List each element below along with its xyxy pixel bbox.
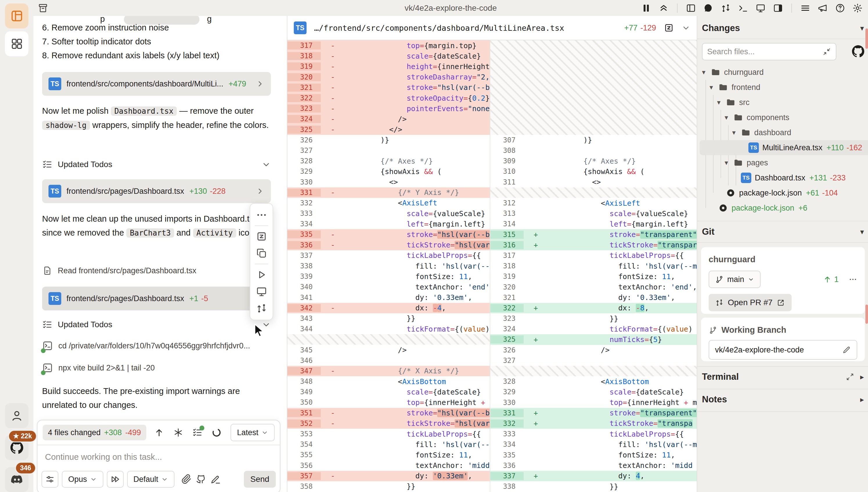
diff-line-319[interactable]: 319- height={innerHeight} <box>287 61 490 72</box>
files-changed-chip[interactable]: 4 files changed +308 -499 <box>43 425 146 440</box>
diff-line-343[interactable]: 343 }} <box>287 313 490 324</box>
fast-forward-button[interactable] <box>107 471 124 488</box>
diff-line-335[interactable]: 335- stroke="hsl(var(--bo <box>287 229 490 240</box>
archive-icon[interactable] <box>38 3 48 14</box>
diff-line-322[interactable]: 322+ dx: -8, <box>490 303 697 313</box>
mode-dropdown[interactable]: Default <box>127 471 175 488</box>
diff-line-335[interactable]: 335 fontSize: 11, <box>490 450 697 460</box>
diff-line-328[interactable]: 328 <AxisBottom <box>490 376 697 387</box>
scroll-up-icon[interactable] <box>154 427 164 438</box>
send-button[interactable]: Send <box>244 471 276 488</box>
diff-line-322[interactable]: 322- strokeOpacity={0.2} <box>287 93 490 103</box>
diff-line-318[interactable]: 318- scale={dateScale} <box>287 51 490 61</box>
diff-line-324[interactable]: 324- /> <box>287 114 490 124</box>
diff-line-332[interactable]: 332+ tickStroke="transpa <box>490 418 697 429</box>
diff-line-346[interactable]: 346 <box>287 355 490 366</box>
tree-file-package-lock.json[interactable]: package-lock.json+6 <box>697 200 868 216</box>
play-icon[interactable] <box>256 269 267 280</box>
tree-folder-churnguard[interactable]: ▾churnguard <box>697 65 868 80</box>
expand-caret-icon[interactable]: ▸ <box>860 395 864 404</box>
spark-icon[interactable] <box>173 427 184 438</box>
diff-line-323[interactable]: 323- pointerEvents="none" <box>287 103 490 114</box>
diff-line-333[interactable]: 333 tickLabelProps={{ <box>490 429 697 439</box>
diff-line-349[interactable]: 349 scale={dateScale} <box>287 387 490 397</box>
collapse-tree-icon[interactable] <box>822 47 831 56</box>
diff-line-318[interactable]: 318 fill: 'hsl(var(--m <box>490 261 697 271</box>
diff-line-342[interactable]: 342- dx: -4, <box>287 303 490 313</box>
tree-folder-frontend[interactable]: ▾frontend <box>697 80 868 95</box>
chevron-down-icon[interactable] <box>262 160 271 169</box>
monitor-icon[interactable] <box>755 3 766 13</box>
working-branch-input[interactable]: vk/4e2a-explore-the-code <box>709 340 857 360</box>
expand-caret-icon[interactable]: ▸ <box>860 372 864 382</box>
diff-line-331[interactable]: 331- {/* Y Axis */} <box>287 188 490 198</box>
dots-horizontal-icon[interactable] <box>256 209 267 221</box>
updated-todos-row[interactable]: Updated Todos <box>42 157 271 172</box>
diff-line-332[interactable]: 332 <AxisLeft <box>287 198 490 208</box>
diff-line-355[interactable]: 355 fontSize: 11, <box>287 450 490 460</box>
more-options-icon[interactable] <box>848 275 857 284</box>
diff-line-339[interactable]: 339 fontSize: 11, <box>287 271 490 282</box>
diff-line-348[interactable]: 348 <AxisBottom <box>287 376 490 387</box>
diff-line-328[interactable]: 328 {/* Axes */} <box>287 156 490 166</box>
git-compare-icon[interactable] <box>256 302 267 314</box>
terminal-command-row[interactable]: npx vite build 2>&1 | tail -20 <box>42 361 271 375</box>
panel-left-icon[interactable] <box>686 3 696 13</box>
file-chip-dashboard-2[interactable]: TS frontend/src/pages/Dashboard.tsx +1-5 <box>42 287 271 311</box>
stamp-icon[interactable] <box>256 230 267 242</box>
diff-line-321[interactable]: 321 dy: '0.33em', <box>490 292 697 303</box>
push-ahead-indicator[interactable]: 1 <box>823 275 839 284</box>
help-circle-icon[interactable] <box>835 3 845 13</box>
search-files-input[interactable]: Search files... <box>702 43 836 60</box>
pencil-icon[interactable] <box>842 345 851 354</box>
open-pr-button[interactable]: Open PR #7 <box>709 294 792 311</box>
tree-file-MultiLineArea.tsx[interactable]: TSMultiLineArea.tsx+110-162 <box>700 140 868 155</box>
grid-view-button[interactable] <box>5 31 28 56</box>
diff-view-icon[interactable] <box>664 23 674 33</box>
diff-line-329[interactable]: 329 {showAxis && ( <box>287 166 490 177</box>
caret-down-icon[interactable]: ▾ <box>709 83 718 91</box>
model-dropdown[interactable]: Opus <box>62 471 103 488</box>
diff-line-326[interactable]: 326 /> <box>490 345 697 355</box>
tree-folder-src[interactable]: ▾src <box>697 95 868 110</box>
diff-line-330[interactable]: 330 <> <box>287 177 490 187</box>
attachment-icon[interactable] <box>181 474 192 485</box>
diff-line-334[interactable]: 334 left={margin.left} <box>287 219 490 229</box>
diff-line-327[interactable]: 327 <box>490 355 697 366</box>
diff-line-336[interactable]: 336- tickStroke="hsl(var( <box>287 240 490 250</box>
diff-line-308[interactable]: 308 <box>490 145 697 156</box>
diff-line-344[interactable]: 344 tickFormat={(value) <box>287 324 490 334</box>
diff-line-357[interactable]: 357- dy: '0.33em', <box>287 471 490 481</box>
megaphone-icon[interactable] <box>818 3 828 13</box>
chat-bubble-icon[interactable] <box>703 3 713 13</box>
gear-icon[interactable] <box>852 3 863 13</box>
diff-line-347[interactable]: 347- {/* X Axis */} <box>287 366 490 376</box>
diff-line-319[interactable]: 319 fontSize: 11, <box>490 271 697 282</box>
tree-folder-pages[interactable]: ▾pages <box>697 155 868 170</box>
workspace-button[interactable] <box>5 3 28 28</box>
version-dropdown[interactable]: Latest <box>231 424 275 441</box>
diff-line-320[interactable]: 320- strokeDasharray="2,4 <box>287 72 490 82</box>
tree-file-package-lock.json[interactable]: package-lock.json+61-104 <box>697 186 868 200</box>
diff-line-317[interactable]: 317- top={margin.top} <box>287 40 490 51</box>
diff-line-338[interactable]: 338 }} <box>490 481 697 492</box>
diff-line-345[interactable]: 345 /> <box>287 345 490 355</box>
diff-line-333[interactable]: 333 scale={valueScale} <box>287 208 490 219</box>
caret-down-icon[interactable]: ▾ <box>725 159 733 167</box>
branch-dropdown[interactable]: main <box>709 271 760 288</box>
menu-icon[interactable] <box>800 3 811 13</box>
diff-line-356[interactable]: 356 textAnchor: 'midd <box>287 460 490 471</box>
message-input[interactable]: Continue working on this task... <box>38 445 280 468</box>
pen-icon[interactable] <box>210 474 221 485</box>
diff-line-311[interactable]: 311 <> <box>490 177 697 188</box>
diff-line-337[interactable]: 337 tickLabelProps={{ <box>287 250 490 261</box>
diff-line-352[interactable]: 352- tickStroke="hsl(var( <box>287 418 490 429</box>
tree-file-Dashboard.tsx[interactable]: TSDashboard.tsx+131-233 <box>697 170 868 186</box>
copy-icon[interactable] <box>256 247 267 259</box>
changes-section-header[interactable]: Changes ▾ <box>702 21 864 35</box>
pause-icon[interactable] <box>641 3 652 13</box>
diff-body[interactable]: 317- top={margin.top}318- scale={dateSca… <box>287 40 697 492</box>
terminal-icon[interactable] <box>738 3 748 13</box>
diff-line-310[interactable]: 310 {showAxis && ( <box>490 166 697 177</box>
collapse-caret-icon[interactable]: ▾ <box>860 24 864 33</box>
